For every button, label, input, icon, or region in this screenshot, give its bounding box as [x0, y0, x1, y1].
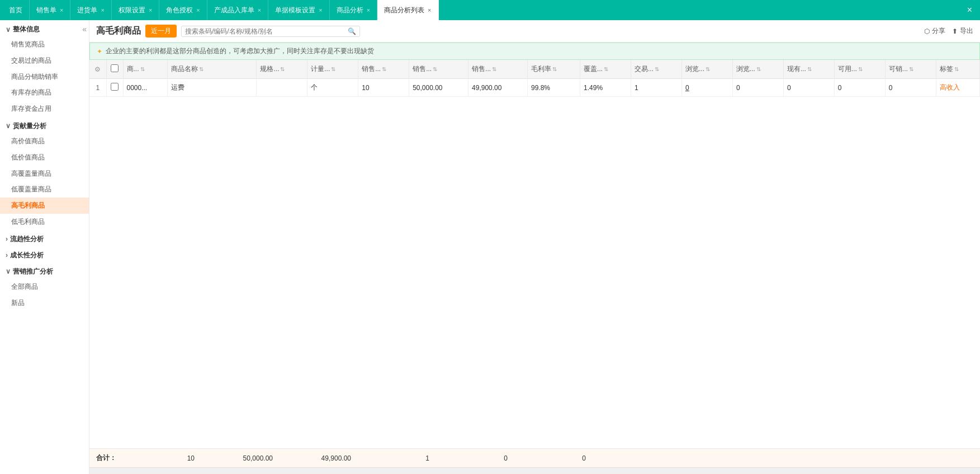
- col-stock-sell[interactable]: 可销...⇅: [885, 60, 936, 79]
- col-name[interactable]: 商品名称⇅: [167, 60, 257, 79]
- cell-browse1[interactable]: 0: [681, 79, 732, 97]
- sidebar-item-all-goods[interactable]: 全部商品: [0, 279, 89, 295]
- sidebar-item-high-margin[interactable]: 高毛利商品: [0, 198, 89, 214]
- sidebar-item-high-value[interactable]: 高价值商品: [0, 133, 89, 149]
- sidebar-item-new-goods[interactable]: 新品: [0, 295, 89, 311]
- col-stock-avail[interactable]: 可用...⇅: [834, 60, 885, 79]
- cell-tag: 高收入: [936, 79, 979, 97]
- notice-bar: ✦ 企业的主要的利润都是这部分商品创造的，可考虑加大推广，同时关注库存是不要出现…: [89, 43, 980, 60]
- notice-icon: ✦: [97, 48, 102, 55]
- sidebar-group-contribution[interactable]: ∨ 贡献量分析: [0, 117, 89, 133]
- browse1-link[interactable]: 0: [685, 84, 689, 92]
- nav-tab-sales[interactable]: 销售单 ×: [30, 0, 70, 20]
- nav-tab-analysis-list[interactable]: 商品分析列表 ×: [377, 0, 438, 20]
- col-sales-amt[interactable]: 销售...⇅: [409, 60, 468, 79]
- sidebar-group-trend[interactable]: › 流趋性分析: [0, 230, 89, 246]
- col-stock-cur[interactable]: 现有...⇅: [783, 60, 834, 79]
- footer-sales-cost: 49,900.00: [306, 454, 351, 462]
- row-checkbox[interactable]: [111, 83, 119, 91]
- sidebar-item-low-coverage[interactable]: 低覆盖量商品: [0, 181, 89, 198]
- sidebar-item-distribution-rate[interactable]: 商品分销助销率: [0, 69, 89, 85]
- close-icon[interactable]: ×: [101, 7, 104, 13]
- sidebar-item-in-stock-goods[interactable]: 有库存的商品: [0, 85, 89, 101]
- top-navigation: 首页 销售单 × 进货单 × 权限设置 × 角色授权 × 产成品入库单 × 单据…: [0, 0, 980, 20]
- filter-date-button[interactable]: 近一月: [145, 25, 177, 37]
- search-box: 🔍: [181, 26, 360, 37]
- tag-label: 高收入: [940, 83, 960, 91]
- search-input[interactable]: [185, 27, 348, 35]
- col-browse1[interactable]: 浏览...⇅: [681, 60, 732, 79]
- close-icon[interactable]: ×: [196, 7, 200, 13]
- nav-tab-product-storage[interactable]: 产成品入库单 ×: [207, 0, 268, 20]
- col-spec[interactable]: 规格...⇅: [257, 60, 307, 79]
- sort-icon: ⇅: [807, 66, 812, 72]
- nav-tab-template[interactable]: 单据模板设置 ×: [268, 0, 329, 20]
- sidebar-collapse-button[interactable]: «: [82, 25, 87, 34]
- share-button[interactable]: ⬡ 分享: [924, 26, 945, 36]
- sort-icon: ⇅: [706, 66, 710, 72]
- close-icon[interactable]: ×: [258, 7, 261, 13]
- nav-tab-home[interactable]: 首页: [2, 0, 30, 20]
- sidebar-item-low-value[interactable]: 低价值商品: [0, 149, 89, 166]
- sort-icon: ⇅: [655, 66, 659, 72]
- cell-stock-avail: 0: [834, 79, 885, 97]
- sort-icon: ⇅: [382, 66, 386, 72]
- col-tag[interactable]: 标签⇅: [936, 60, 979, 79]
- arrow-icon: ∨: [6, 267, 11, 275]
- share-icon: ⬡: [924, 27, 930, 35]
- footer-values: 10 50,000.00 49,900.00 1 0 0: [150, 454, 586, 462]
- col-gross-margin[interactable]: 毛利率⇅: [527, 60, 580, 79]
- header-actions: ⬡ 分享 ⬆ 导出: [924, 26, 973, 36]
- footer-label: 合计：: [96, 453, 116, 463]
- sidebar-group-overview[interactable]: ∨ 整体信息: [0, 20, 89, 36]
- nav-tab-analysis[interactable]: 商品分析 ×: [330, 0, 377, 20]
- cell-sales-amt: 50,000.00: [409, 79, 468, 97]
- close-icon[interactable]: ×: [60, 7, 63, 13]
- close-icon[interactable]: ×: [319, 7, 322, 13]
- export-icon: ⬆: [952, 27, 958, 35]
- col-trade[interactable]: 交易...⇅: [631, 60, 682, 79]
- arrow-icon: ∨: [6, 122, 11, 130]
- col-sales-cost[interactable]: 销售...⇅: [468, 60, 528, 79]
- nav-tab-purchase[interactable]: 进货单 ×: [70, 0, 111, 20]
- col-sales-qty[interactable]: 销售...⇅: [358, 60, 409, 79]
- col-browse2[interactable]: 浏览...⇅: [732, 60, 783, 79]
- col-coverage[interactable]: 覆盖...⇅: [580, 60, 631, 79]
- sidebar-item-low-margin[interactable]: 低毛利商品: [0, 214, 89, 230]
- nav-tab-permission[interactable]: 权限设置 ×: [112, 0, 159, 20]
- footer-stock-avail: 0: [541, 454, 586, 462]
- close-icon[interactable]: ×: [428, 7, 431, 13]
- cell-unit: 个: [307, 79, 358, 97]
- arrow-icon: ›: [6, 235, 8, 243]
- row-number: 1: [89, 79, 106, 97]
- col-code[interactable]: 商...⇅: [123, 60, 167, 79]
- close-icon[interactable]: ×: [149, 7, 152, 13]
- nav-tab-role[interactable]: 角色授权 ×: [159, 0, 207, 20]
- sidebar-group-growth[interactable]: › 成长性分析: [0, 246, 89, 262]
- data-table: ⚙ 商...⇅ 商品名称⇅ 规格...⇅: [89, 60, 980, 97]
- sort-icon: ⇅: [331, 66, 335, 72]
- select-all-checkbox[interactable]: [111, 64, 119, 72]
- cell-sales-cost: 49,900.00: [468, 79, 528, 97]
- sidebar-group-marketing[interactable]: ∨ 营销推广分析: [0, 262, 89, 279]
- col-unit[interactable]: 计量...⇅: [307, 60, 358, 79]
- sidebar-item-stock-capital[interactable]: 库存资金占用: [0, 101, 89, 117]
- main-content: « ∨ 整体信息 销售览商品 交易过的商品 商品分销助销率 有库存的商品 库存资…: [0, 20, 980, 474]
- close-icon[interactable]: ×: [367, 7, 370, 13]
- cell-trade: 1: [631, 79, 682, 97]
- export-button[interactable]: ⬆ 导出: [952, 26, 973, 36]
- close-all-button[interactable]: ×: [962, 5, 978, 15]
- settings-icon[interactable]: ⚙: [94, 65, 101, 73]
- cell-sales-qty: 10: [358, 79, 409, 97]
- horizontal-scrollbar[interactable]: [89, 467, 980, 474]
- sidebar-item-traded-goods[interactable]: 交易过的商品: [0, 53, 89, 69]
- sort-icon: ⇅: [954, 66, 959, 72]
- table-container: ⚙ 商...⇅ 商品名称⇅ 规格...⇅: [89, 60, 980, 448]
- search-icon[interactable]: 🔍: [348, 27, 356, 35]
- sidebar-item-high-coverage[interactable]: 高覆盖量商品: [0, 166, 89, 182]
- col-checkbox: [106, 60, 123, 79]
- footer-stock-cur: 0: [463, 454, 508, 462]
- col-settings[interactable]: ⚙: [89, 60, 106, 79]
- cell-gross-margin: 99.8%: [527, 79, 580, 97]
- sidebar-item-sales-goods[interactable]: 销售览商品: [0, 36, 89, 53]
